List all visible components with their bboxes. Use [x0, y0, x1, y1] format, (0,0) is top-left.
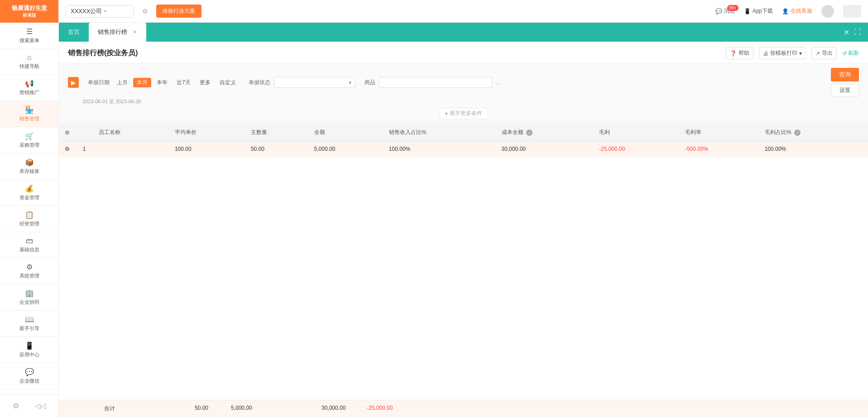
settings-btn[interactable]: 设置	[831, 84, 859, 97]
page-title: 销售排行榜(按业务员)	[68, 48, 138, 58]
help-label: 帮助	[739, 49, 749, 57]
filter-expand-icon[interactable]: ▶	[68, 77, 79, 88]
cost-info-icon[interactable]: i	[526, 129, 532, 136]
operations-icon: 📋	[25, 211, 34, 219]
tab-sales-rank[interactable]: 销售排行榜 ✕	[89, 23, 146, 42]
sidebar-item-app-center[interactable]: 📱 应用中心	[0, 337, 58, 363]
date-tabs: 上月 本月 本年 近7天 更多 自定义	[113, 78, 240, 87]
more-filters-btn[interactable]: ...	[496, 79, 500, 86]
status-select[interactable]	[274, 77, 355, 88]
gross-pct-info-icon[interactable]: i	[794, 129, 801, 136]
expand-btn-label: 展开更多条件	[450, 110, 482, 117]
industry-btn[interactable]: 体验行业方案	[156, 5, 201, 18]
template-print-arrow: ▾	[799, 50, 802, 57]
sidebar-item-search-order[interactable]: ☰ 搜索菜单	[0, 23, 58, 49]
footer-label: 合计	[104, 405, 115, 412]
help-btn[interactable]: ❓ 帮助	[726, 47, 753, 59]
sidebar-item-guide[interactable]: 📖 新手引导	[0, 311, 58, 337]
table-area: ⚙ 员工名称 平均单价 主数量 全额 销售收入占比% 成本全额 i 毛利 毛利率	[59, 124, 868, 400]
th-main-qty: 主数量	[245, 124, 309, 141]
sidebar-item-inventory[interactable]: 📦 库存核算	[0, 153, 58, 180]
date-tab-this-year[interactable]: 本年	[153, 78, 171, 87]
sidebar-item-enterprise[interactable]: 🏢 企业协同	[0, 284, 58, 311]
row-settings[interactable]: ⚙	[59, 141, 75, 157]
th-gross-rate: 毛利率	[680, 124, 759, 141]
sidebar-item-operations[interactable]: 📋 经营管理	[0, 206, 58, 232]
date-range-text: 2023-06-01 至 2023-06-30	[82, 99, 141, 104]
refresh-btn[interactable]: ↺ 刷新	[842, 49, 859, 57]
sidebar-item-purchase-mgmt[interactable]: 🛒 采购管理	[0, 127, 58, 153]
date-tab-last-month[interactable]: 上月	[113, 78, 131, 87]
filter-area: ▶ 单据日期 上月 本月 本年 近7天 更多 自定义 单据状态	[59, 63, 868, 124]
status-label: 单据状态	[249, 79, 270, 86]
filter-date-item: 单据日期 上月 本月 本年 近7天 更多 自定义	[88, 78, 240, 87]
collapse-icon[interactable]: ◁◁	[35, 402, 46, 410]
refresh-label: 刷新	[848, 49, 859, 57]
message-btn[interactable]: 💬 消息 99+	[715, 7, 735, 15]
th-settings: ⚙	[59, 124, 75, 141]
service-icon: 👤	[782, 8, 789, 14]
query-btn[interactable]: 查询	[831, 68, 859, 81]
row-gross: -25,000.00	[594, 141, 680, 157]
sidebar-item-quick-nav[interactable]: ⌂ 快捷导航	[0, 49, 58, 75]
sidebar-footer: ⚙ ◁◁	[0, 394, 58, 417]
status-select-wrap	[274, 77, 355, 88]
date-tab-more[interactable]: 更多	[196, 78, 214, 87]
sidebar-item-label: 新手引导	[19, 325, 39, 332]
user-name-placeholder[interactable]	[843, 5, 861, 18]
expand-conditions-btn[interactable]: ▾ 展开更多条件	[439, 108, 488, 119]
header-settings-icon[interactable]: ⚙	[138, 5, 152, 18]
sidebar-item-label: 快捷导航	[19, 63, 39, 70]
sidebar-item-sales-mgmt[interactable]: 🏪 销售管理	[0, 101, 58, 127]
date-label: 单据日期	[88, 79, 110, 86]
filter-goods-item: 商品 ...	[364, 77, 500, 88]
sidebar-item-enterprise-wechat[interactable]: 💬 企业微信	[0, 363, 58, 389]
sidebar-items: ☰ 搜索菜单 ⌂ 快捷导航 📢 营销推广 🏪 销售管理 🛒 采购管理 📦 库存核…	[0, 23, 58, 394]
settings-footer-icon[interactable]: ⚙	[13, 402, 19, 410]
goods-input[interactable]	[379, 77, 492, 88]
tab-bar: 首页 销售排行榜 ✕ ✕ ⛶	[59, 23, 868, 42]
tab-bar-expand-icon[interactable]: ⛶	[854, 28, 861, 36]
row-settings-icon[interactable]: ⚙	[65, 146, 70, 152]
online-service-btn[interactable]: 👤 在线客服	[782, 7, 812, 15]
footer-cost-amount: 30,000.00	[321, 405, 345, 411]
app-download-btn[interactable]: 📱 App下载	[744, 7, 773, 15]
user-avatar[interactable]	[821, 5, 834, 18]
sidebar-item-member[interactable]: V 畅会员	[0, 389, 58, 394]
column-settings-icon[interactable]: ⚙	[65, 129, 70, 136]
sidebar-item-basic-info[interactable]: 🗃 基础信息	[0, 232, 58, 258]
tab-bar-close-icon[interactable]: ✕	[844, 28, 849, 37]
row-gross-pct: 100.00%	[759, 141, 868, 157]
inventory-icon: 📦	[25, 158, 34, 167]
purchase-mgmt-icon: 🛒	[25, 132, 34, 140]
date-tab-custom[interactable]: 自定义	[216, 78, 240, 87]
sidebar-item-marketing[interactable]: 📢 营销推广	[0, 75, 58, 101]
row-amount: 5,000.00	[309, 141, 384, 157]
page-content: 销售排行榜(按业务员) ❓ 帮助 🖨 按模板打印 ▾ ↗ 导出 ↺ 刷新	[59, 42, 868, 417]
date-tab-this-month[interactable]: 本月	[133, 78, 151, 87]
sidebar-item-label: 系统管理	[19, 273, 39, 279]
template-print-btn[interactable]: 🖨 按模板打印 ▾	[759, 47, 806, 59]
export-label: 导出	[822, 49, 833, 57]
refresh-icon: ↺	[842, 50, 847, 57]
sidebar-item-label: 搜索菜单	[19, 37, 39, 44]
sidebar-item-finance[interactable]: 💰 资金管理	[0, 180, 58, 206]
tab-close-icon[interactable]: ✕	[133, 29, 137, 35]
tab-home[interactable]: 首页	[59, 23, 89, 42]
enterprise-wechat-icon: 💬	[25, 368, 34, 376]
row-gross-rate: -500.00%	[680, 141, 759, 157]
row-avg-price: 100.00	[169, 141, 245, 157]
logo-title: 畅康通好生意	[12, 4, 47, 12]
marketing-icon: 📢	[25, 79, 34, 88]
sidebar-item-system-mgmt[interactable]: ⚙ 系统管理	[0, 258, 58, 284]
enterprise-icon: 🏢	[25, 289, 34, 297]
filter-status-item: 单据状态	[249, 77, 355, 88]
company-selector[interactable]: XXXXX公司 ▾	[66, 5, 134, 18]
date-range-display: 2023-06-01 至 2023-06-30	[68, 98, 859, 105]
template-print-label: 按模板打印	[770, 49, 797, 57]
logo-sub: 标准版	[23, 12, 36, 19]
print-icon: 🖨	[763, 50, 768, 57]
date-tab-last-7days[interactable]: 近7天	[173, 78, 194, 87]
export-btn[interactable]: ↗ 导出	[811, 47, 837, 59]
th-employee: 员工名称	[93, 124, 169, 141]
